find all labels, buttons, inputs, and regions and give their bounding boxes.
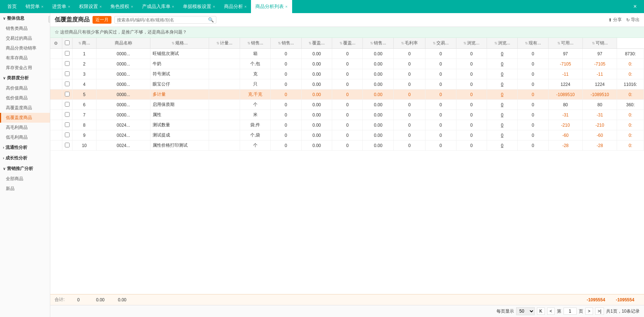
row-name[interactable]: 眼宝公仔 <box>150 79 209 90</box>
trade-col-header[interactable]: ⇅交易... <box>425 38 456 49</box>
sidebar-item-high-margin[interactable]: 高毛利商品 <box>0 123 50 132</box>
row-browse1[interactable]: 0 <box>487 49 517 59</box>
sidebar-item-category-turnover[interactable]: 商品分类动销率 <box>0 43 50 53</box>
unit-col-header[interactable]: ⇅计量... <box>209 38 240 49</box>
sidebar-item-sales-products[interactable]: 销售类商品 <box>0 24 50 33</box>
nav-item-roles[interactable]: 角色授权 × <box>106 0 137 13</box>
prev-page-button[interactable]: < <box>547 308 555 315</box>
row-browse1[interactable]: 0 <box>487 100 517 110</box>
saleable-col-header[interactable]: ⇅可销... <box>583 38 617 49</box>
checkbox-col-header[interactable] <box>62 38 72 49</box>
close-icon[interactable]: × <box>41 4 43 9</box>
sidebar-section-overview[interactable]: ∨ 整体信息 <box>0 13 50 24</box>
nav-item-purchase[interactable]: 进货单 × <box>48 0 74 13</box>
row-browse1[interactable]: 0 <box>487 90 517 100</box>
row-name[interactable]: 测试数量 <box>150 120 209 130</box>
close-icon[interactable]: × <box>213 4 215 9</box>
close-icon[interactable]: × <box>285 4 287 9</box>
sidebar-section-liquidity[interactable]: › 流通性分析 <box>0 142 50 153</box>
row-browse1[interactable]: 0 <box>487 110 517 120</box>
current-page-input[interactable] <box>564 308 577 315</box>
row-select-checkbox[interactable] <box>65 51 70 56</box>
row-name[interactable]: 属性价格打印测试 <box>150 140 209 151</box>
row-checkbox[interactable] <box>62 79 72 90</box>
row-checkbox[interactable] <box>62 130 72 140</box>
browse2-col-header[interactable]: ⇅浏览... <box>487 38 517 49</box>
sidebar-item-low-margin[interactable]: 低毛利商品 <box>0 132 50 142</box>
page-size-select[interactable]: 50 100 200 <box>516 307 535 315</box>
row-browse1[interactable]: 0 <box>487 59 517 69</box>
nav-item-product-analysis[interactable]: 商品分析 × <box>220 0 251 13</box>
close-icon[interactable]: × <box>131 4 133 9</box>
sales-qty-col-header[interactable]: ⇅销售... <box>240 38 270 49</box>
row-browse1[interactable]: 0 <box>487 120 517 130</box>
sidebar-item-new-products[interactable]: 新品 <box>0 184 50 194</box>
spec-col-header[interactable]: ⇅规格... <box>150 38 209 49</box>
browse1-col-header[interactable]: ⇅浏览... <box>456 38 487 49</box>
current-col-header[interactable]: ⇅现有... <box>518 38 548 49</box>
available-col-header[interactable]: ⇅可用... <box>548 38 582 49</box>
period-button[interactable]: 近一月 <box>93 16 111 24</box>
sidebar-item-all-products[interactable]: 全部商品 <box>0 174 50 184</box>
sidebar-item-in-stock[interactable]: 有库存商品 <box>0 53 50 63</box>
name-col-header[interactable]: 商品名称 <box>97 38 150 49</box>
close-icon[interactable]: × <box>68 4 70 9</box>
row-select-checkbox[interactable] <box>65 82 70 86</box>
row-browse1[interactable]: 0 <box>487 79 517 90</box>
nav-item-product-analysis-list[interactable]: 商品分析列表 × <box>251 0 292 13</box>
row-name[interactable]: 牛奶 <box>150 59 209 69</box>
sidebar-section-cluster[interactable]: ∨ 类群度分析 <box>0 73 50 83</box>
gross-col-header[interactable]: ⇅毛利率 <box>393 38 425 49</box>
row-browse1[interactable]: 0 <box>487 140 517 151</box>
row-name[interactable]: 符号测试 <box>150 69 209 79</box>
row-checkbox[interactable] <box>62 69 72 79</box>
sidebar-item-low-value[interactable]: 低价值商品 <box>0 93 50 103</box>
nav-item-sales[interactable]: 销货单 × <box>21 0 48 13</box>
row-browse1[interactable]: 0 <box>487 130 517 140</box>
settings-col-header[interactable]: ⚙ <box>50 38 62 49</box>
nav-item-home[interactable]: 首页 <box>3 0 21 13</box>
next-page-button[interactable]: > <box>585 308 593 315</box>
row-checkbox[interactable] <box>62 49 72 59</box>
sidebar-item-high-value[interactable]: 高价值商品 <box>0 83 50 93</box>
coverage2-col-header[interactable]: ⇅覆盖... <box>332 38 363 49</box>
coverage1-col-header[interactable]: ⇅覆盖... <box>301 38 332 49</box>
sidebar-item-inventory-capital[interactable]: 库存资金占用 <box>0 63 50 73</box>
close-icon[interactable]: × <box>172 4 174 9</box>
sidebar-section-marketing[interactable]: ∨ 营销推广分析 <box>0 163 50 174</box>
row-select-checkbox[interactable] <box>65 61 70 66</box>
row-checkbox[interactable] <box>62 90 72 100</box>
code-col-header[interactable]: ⇅商... <box>72 38 97 49</box>
row-checkbox[interactable] <box>62 140 72 151</box>
row-name[interactable]: 测试提成 <box>150 130 209 140</box>
last-page-button[interactable]: >| <box>595 308 604 315</box>
row-name[interactable]: 属性 <box>150 110 209 120</box>
sales3-col-header[interactable]: ⇅销售... <box>363 38 393 49</box>
row-checkbox[interactable] <box>62 110 72 120</box>
row-select-checkbox[interactable] <box>65 132 70 137</box>
row-name[interactable]: 多计量 <box>150 90 209 100</box>
sidebar-item-traded-products[interactable]: 交易过的商品 <box>0 33 50 43</box>
close-icon[interactable]: × <box>244 4 247 9</box>
sidebar-section-growth[interactable]: › 成长性分析 <box>0 153 50 163</box>
row-checkbox[interactable] <box>62 120 72 130</box>
row-name[interactable]: 启用保质期 <box>150 100 209 110</box>
select-all-checkbox[interactable] <box>65 40 70 45</box>
export-button[interactable]: ↻ 导出 <box>626 17 640 23</box>
close-icon[interactable]: × <box>99 4 102 9</box>
search-input[interactable] <box>117 17 208 23</box>
row-select-checkbox[interactable] <box>65 71 70 76</box>
row-name[interactable]: 旺铺批次测试 <box>150 49 209 59</box>
row-checkbox[interactable] <box>62 59 72 69</box>
row-select-checkbox[interactable] <box>65 143 70 147</box>
row-select-checkbox[interactable] <box>65 102 70 107</box>
nav-item-permissions[interactable]: 权限设置 × <box>75 0 106 13</box>
sales-amt-col-header[interactable]: ⇅销售... <box>271 38 301 49</box>
row-browse1[interactable]: 0 <box>487 69 517 79</box>
nav-item-inbound[interactable]: 产成品入库单 × <box>138 0 178 13</box>
sidebar-item-high-coverage[interactable]: 高覆盖度商品 <box>0 103 50 113</box>
row-select-checkbox[interactable] <box>65 112 70 117</box>
row-select-checkbox[interactable] <box>65 92 70 96</box>
share-button[interactable]: ⬆ 分享 <box>608 17 622 23</box>
row-checkbox[interactable] <box>62 100 72 110</box>
